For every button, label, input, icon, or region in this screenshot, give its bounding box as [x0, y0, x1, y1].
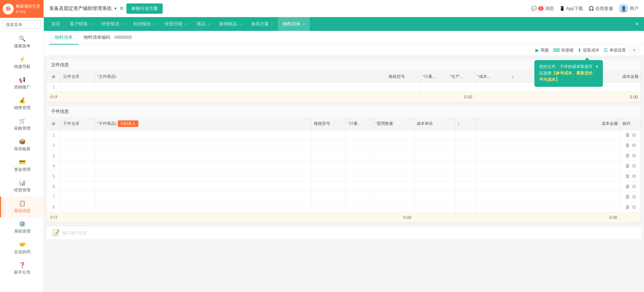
child-unit-cell[interactable]	[346, 130, 373, 140]
tab-close-icon[interactable]: ×	[208, 22, 210, 26]
child-warehouse-cell[interactable]	[61, 151, 95, 161]
child-spec-cell[interactable]	[311, 151, 346, 161]
tab-new-goods[interactable]: 新增商品 ×	[214, 17, 246, 31]
child-qty-cell[interactable]	[373, 161, 414, 171]
sidebar-item-basic-info[interactable]: 📋 基础信息	[0, 197, 44, 217]
sidebar-item-search[interactable]: 🔍 搜索菜单	[0, 32, 44, 52]
child-unit-cell[interactable]	[346, 202, 373, 212]
toolbar-single-setting[interactable]: ☰ 单据设置	[604, 47, 626, 53]
child-product-cell[interactable]	[95, 130, 311, 140]
info-icon[interactable]: ℹ	[115, 74, 116, 79]
child-unit-cell[interactable]	[346, 151, 373, 161]
child-product-cell[interactable]	[95, 161, 311, 171]
sidebar-item-operations[interactable]: 📊 经营管理	[0, 176, 44, 197]
delete-icon[interactable]: 🗑	[625, 153, 630, 158]
parent-unit-cell[interactable]	[420, 83, 448, 92]
scan-button[interactable]: 扫码录入	[118, 120, 138, 127]
tab-goods[interactable]: 商品 ×	[192, 17, 214, 31]
child-spec-cell[interactable]	[311, 202, 346, 212]
settings-icon[interactable]: ⚙	[120, 6, 124, 11]
sidebar-item-finance[interactable]: 💳 资金管理	[0, 155, 44, 176]
parent-prod-cell[interactable]	[448, 83, 475, 92]
child-unit-cost-cell[interactable]	[414, 182, 455, 192]
search-input[interactable]	[3, 21, 41, 29]
dropdown-icon[interactable]: ▾	[114, 6, 117, 11]
tab-customer[interactable]: 客户联络 ×	[65, 17, 97, 31]
delete-icon[interactable]: 🗑	[625, 204, 630, 210]
delete-icon[interactable]: 🗑	[625, 194, 630, 199]
sub-tab-bom[interactable]: 物料清单	[49, 31, 78, 45]
child-unit-cost-cell[interactable]	[414, 171, 455, 182]
child-qty-cell[interactable]	[373, 171, 414, 182]
child-unit-cell[interactable]	[346, 182, 373, 192]
message-item[interactable]: 💬 6 消息	[531, 5, 554, 12]
user-item[interactable]: 👤 用户	[619, 4, 639, 13]
tab-profit[interactable]: 利润报告 ×	[128, 17, 160, 31]
child-unit-cost-cell[interactable]	[414, 140, 455, 151]
list-icon-btn[interactable]: ≡	[630, 47, 639, 54]
try-button[interactable]: 体验行业方案	[126, 3, 163, 14]
tab-close-icon[interactable]: ×	[239, 22, 241, 26]
child-product-cell[interactable]	[95, 182, 311, 192]
copy-icon[interactable]: ⧉	[632, 132, 636, 138]
child-product-cell[interactable]	[95, 192, 311, 202]
copy-icon[interactable]: ⧉	[632, 204, 636, 210]
child-qty-cell[interactable]	[373, 140, 414, 151]
child-qty-cell[interactable]	[373, 192, 414, 202]
child-unit-cost-cell[interactable]	[414, 161, 455, 171]
tab-close-icon[interactable]: ×	[121, 22, 123, 26]
child-warehouse-cell[interactable]	[61, 140, 95, 151]
delete-icon[interactable]: 🗑	[625, 163, 630, 168]
child-info-icon[interactable]: ℹ	[115, 121, 116, 126]
copy-icon[interactable]: ⧉	[632, 173, 636, 179]
child-unit-cell[interactable]	[346, 171, 373, 182]
sidebar-item-inventory[interactable]: 📦 库存核算	[0, 135, 44, 155]
child-warehouse-cell[interactable]	[61, 130, 95, 140]
copy-icon[interactable]: ⧉	[632, 184, 636, 189]
child-spec-cell[interactable]	[311, 171, 346, 182]
child-warehouse-cell[interactable]	[61, 182, 95, 192]
sidebar-item-purchase[interactable]: 🛒 采购管理	[0, 114, 44, 135]
parent-warehouse-cell[interactable]	[61, 83, 95, 92]
sidebar-item-guide[interactable]: ❓ 新手引导	[0, 258, 44, 279]
sub-tab-code[interactable]: 物料清单编码 0000005	[78, 31, 137, 45]
child-spec-cell[interactable]	[311, 161, 346, 171]
child-qty-cell[interactable]	[373, 130, 414, 140]
sidebar-item-enterprise[interactable]: 🤝 企业协同	[0, 238, 44, 258]
tab-history[interactable]: 经营历程 ×	[160, 17, 191, 31]
copy-icon[interactable]: ⧉	[632, 194, 636, 199]
child-warehouse-cell[interactable]	[61, 202, 95, 212]
parent-spec-cell[interactable]	[386, 83, 420, 92]
child-spec-cell[interactable]	[311, 140, 346, 151]
toolbar-extract-cost[interactable]: ⬆ 提取成本	[578, 47, 599, 53]
child-product-cell[interactable]	[95, 140, 311, 151]
tab-operations[interactable]: 经营情况 ×	[97, 17, 128, 31]
child-spec-cell[interactable]	[311, 192, 346, 202]
toolbar-view[interactable]: ▶ 视频	[535, 47, 549, 53]
delete-icon[interactable]: 🗑	[625, 142, 630, 148]
delete-icon[interactable]: 🗑	[625, 173, 630, 179]
app-download-item[interactable]: 📱 App下载	[559, 5, 583, 12]
toolbar-shortcut[interactable]: ⌨ 快捷键	[553, 47, 573, 53]
child-qty-cell[interactable]	[373, 202, 414, 212]
child-unit-cell[interactable]	[346, 161, 373, 171]
tooltip-close-button[interactable]: ×	[596, 63, 598, 70]
copy-icon[interactable]: ⧉	[632, 142, 636, 148]
tab-close-icon[interactable]: ×	[271, 22, 273, 26]
child-unit-cost-cell[interactable]	[414, 192, 455, 202]
tab-home[interactable]: 首页	[47, 17, 65, 31]
delete-icon[interactable]: 🗑	[625, 184, 630, 189]
child-qty-cell[interactable]	[373, 182, 414, 192]
tab-close-icon[interactable]: ×	[302, 22, 305, 26]
copy-icon[interactable]: ⧉	[632, 163, 636, 168]
tab-close-icon[interactable]: ×	[90, 22, 92, 26]
tab-bom[interactable]: 物料清单 ×	[278, 17, 309, 31]
child-warehouse-cell[interactable]	[61, 192, 95, 202]
sidebar-item-sales[interactable]: 💰 销售管理	[0, 94, 44, 114]
child-spec-cell[interactable]	[311, 130, 346, 140]
child-spec-cell[interactable]	[311, 182, 346, 192]
copy-icon[interactable]: ⧉	[632, 153, 636, 158]
child-unit-cost-cell[interactable]	[414, 151, 455, 161]
close-all-icon[interactable]: ×	[633, 21, 641, 27]
child-warehouse-cell[interactable]	[61, 171, 95, 182]
